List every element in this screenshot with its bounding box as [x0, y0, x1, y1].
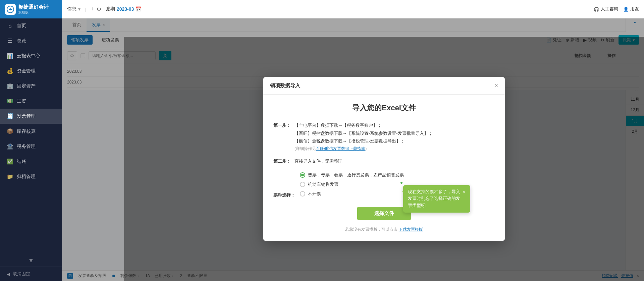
radio-group: 普票，专票，卷票，通行费发票，农产品销售发票 × 现在支持的票种多了，导入发票时… — [300, 170, 407, 200]
home-icon: ⌂ — [7, 23, 13, 29]
main-content: 首页 发票 × 销项发票 进项发票 📄 凭证 ⊕ 新增 ▶ 视频 — [62, 18, 644, 281]
logo-icon — [5, 4, 16, 15]
stock-icon: 📦 — [7, 128, 13, 134]
download-template-link[interactable]: 下载发票模版 — [399, 227, 423, 232]
modal-dialog: 销项数据导入 × 导入您的Excel文件 第一步： 【全电平台】数据下载→【税务… — [263, 77, 505, 240]
account-dropdown-icon: ▾ — [78, 6, 80, 12]
step2-row: 第二步： 直接导入文件，无需整理 — [273, 157, 495, 165]
sidebar-item-home[interactable]: ⌂ 首页 — [0, 18, 62, 33]
sidebar-item-stock[interactable]: 📦 库存核算 — [0, 124, 62, 139]
radio-input-3[interactable] — [300, 191, 305, 196]
step1-line3: 【航信】金税盘数据下载→【报税管理-发票数据导出】； — [294, 137, 495, 145]
user-button[interactable]: 👤 用友 — [623, 6, 639, 12]
tooltip-bubble: × 现在支持的票种多了，导入发票时别忘了选择正确的发票类型呀! — [403, 185, 470, 213]
ticket-label: 票种选择： — [273, 192, 295, 198]
settings-icon[interactable]: ⚙ — [97, 6, 101, 12]
sidebar-item-tax[interactable]: 🏦 税务管理 — [0, 139, 62, 154]
headset-icon: 🎧 — [594, 7, 599, 12]
app-name: 畅捷通好会计 — [18, 4, 49, 10]
radio-label-3: 不开票 — [308, 191, 321, 197]
sidebar-item-label: 工资 — [17, 98, 26, 104]
cancel-pin-label: 取消固定 — [13, 271, 30, 277]
sidebar-item-archive[interactable]: 📁 归档管理 — [0, 169, 62, 184]
account-name: 你您 — [67, 6, 76, 12]
topbar-divider1: | — [85, 7, 86, 12]
radio-row-1: 普票，专票，卷票，通行费发票，农产品销售发票 × 现在支持的票种多了，导入发票时… — [300, 172, 407, 178]
sidebar-item-label: 库存核算 — [17, 128, 36, 134]
archive-icon: 📁 — [7, 173, 13, 180]
modal-body: 导入您的Excel文件 第一步： 【全电平台】数据下载→【税务数字账户】； 【百… — [263, 95, 505, 240]
step1-label: 第一步： — [273, 121, 292, 152]
sidebar-item-invoice[interactable]: 🧾 发票管理 — [0, 109, 62, 124]
sidebar-item-label: 云报表中心 — [17, 53, 40, 59]
radio-label-1: 普票，专票，卷票，通行费发票，农产品销售发票 — [308, 172, 404, 178]
step1-row: 第一步： 【全电平台】数据下载→【税务数字账户】； 【百旺】税控盘数据下载→【系… — [273, 121, 495, 152]
step1-content: 【全电平台】数据下载→【税务数字账户】； 【百旺】税控盘数据下载→【系统设置-系… — [294, 121, 495, 152]
period-label: 账期 — [106, 6, 115, 12]
step2-label: 第二步： — [273, 157, 292, 165]
sidebar-item-salary[interactable]: 💵 工资 — [0, 94, 62, 109]
modal-main-title: 导入您的Excel文件 — [273, 103, 495, 113]
sidebar-item-label: 首页 — [17, 23, 26, 29]
radio-input-1[interactable] — [300, 172, 305, 178]
sidebar-item-label: 发票管理 — [17, 113, 36, 119]
modal-footer: 若您没有发票模版，可以点击 下载发票模版 — [273, 227, 495, 232]
sidebar-logo: 畅捷通好会计 旗舰版 — [0, 0, 62, 18]
user-icon: 👤 — [623, 7, 629, 12]
sidebar-item-label: 固定资产 — [17, 83, 36, 89]
sidebar-item-fixed-asset[interactable]: 🏢 固定资产 — [0, 78, 62, 94]
radio-input-2[interactable] — [300, 182, 305, 187]
settlement-icon: ✅ — [7, 158, 13, 165]
topbar-right: 🎧 人工咨询 👤 用友 — [594, 6, 639, 12]
consulting-button[interactable]: 🎧 人工咨询 — [594, 6, 618, 12]
period-display: 账期 2023-03 📅 — [106, 6, 141, 12]
step2-content: 直接导入文件，无需整理 — [294, 157, 495, 165]
sidebar-item-label: 税务管理 — [17, 144, 36, 150]
step1-line2: 【百旺】税控盘数据下载→【系统设置-系统参数设置-发票批量导入】； — [294, 129, 495, 137]
sidebar-nav: ⌂ 首页 ☰ 总账 📊 云报表中心 💰 资金管理 🏢 固定资产 💵 工资 🧾 发… — [0, 18, 62, 255]
step1-guide-link[interactable]: 百旺/航信发票数据下载指南 — [316, 146, 365, 151]
radio-row-2: 机动车销售发票 — [300, 181, 407, 187]
modal-title: 销项数据导入 — [270, 82, 300, 89]
sidebar-item-label: 资金管理 — [17, 68, 36, 74]
sidebar-scroll-down[interactable]: ▼ — [0, 256, 62, 266]
sidebar-item-settlement[interactable]: ✅ 结账 — [0, 154, 62, 169]
cancel-pin-icon: ◀ — [7, 272, 10, 277]
consulting-label: 人工咨询 — [601, 6, 618, 12]
sidebar-item-ledger[interactable]: ☰ 总账 — [0, 33, 62, 48]
add-button[interactable]: + — [90, 6, 94, 13]
modal-overlay: 销项数据导入 × 导入您的Excel文件 第一步： 【全电平台】数据下载→【税务… — [124, 37, 644, 281]
step1-link-text: (详细操作见 — [294, 146, 316, 151]
sidebar-cancel-pin[interactable]: ◀ 取消固定 — [0, 267, 62, 281]
ticket-select-row: 票种选择： 普票，专票，卷票，通行费发票，农产品销售发票 — [273, 170, 495, 200]
step1-link: (详细操作见百旺/航信发票数据下载指南) — [294, 145, 495, 153]
fixed-asset-icon: 🏢 — [7, 83, 13, 89]
app-edition: 旗舰版 — [18, 10, 49, 15]
sidebar-item-label: 总账 — [17, 38, 26, 44]
sidebar-item-cloud-report[interactable]: 📊 云报表中心 — [0, 48, 62, 63]
fund-icon: 💰 — [7, 68, 13, 74]
account-selector[interactable]: 你您 ▾ — [67, 6, 80, 12]
ledger-icon: ☰ — [7, 38, 13, 44]
calendar-icon[interactable]: 📅 — [136, 6, 141, 12]
modal-header: 销项数据导入 × — [263, 77, 505, 95]
tooltip-dot — [400, 181, 403, 184]
salary-icon: 💵 — [7, 98, 13, 104]
radio-label-2: 机动车销售发票 — [308, 181, 338, 187]
cloud-report-icon: 📊 — [7, 53, 13, 59]
sidebar-item-label: 结账 — [17, 159, 26, 165]
topbar: 你您 ▾ | + ⚙ 账期 2023-03 📅 🎧 人工咨询 👤 用友 — [62, 0, 644, 18]
tooltip-text: 现在支持的票种多了，导入发票时别忘了选择正确的发票类型呀! — [408, 189, 460, 208]
tax-icon: 🏦 — [7, 143, 13, 150]
sidebar-item-fund[interactable]: 💰 资金管理 — [0, 63, 62, 78]
invoice-icon: 🧾 — [7, 113, 13, 119]
modal-close-button[interactable]: × — [494, 82, 498, 89]
user-label: 用友 — [630, 6, 639, 12]
sidebar-item-label: 归档管理 — [17, 174, 36, 180]
tooltip-close-btn[interactable]: × — [463, 188, 465, 196]
step1-link-end: ) — [365, 146, 367, 151]
step1-line1: 【全电平台】数据下载→【税务数字账户】； — [294, 121, 495, 129]
footer-text: 若您没有发票模版，可以点击 — [345, 227, 397, 232]
sidebar: 畅捷通好会计 旗舰版 ⌂ 首页 ☰ 总账 📊 云报表中心 💰 资金管理 🏢 固定… — [0, 0, 62, 281]
radio-row-3: 不开票 — [300, 191, 407, 197]
